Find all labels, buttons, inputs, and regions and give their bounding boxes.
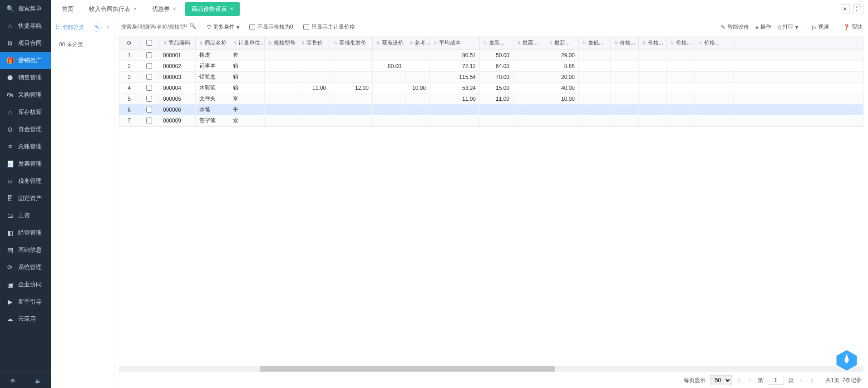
sidebar-item[interactable]: ☁云应用 <box>0 310 51 328</box>
col-unit[interactable]: 计量单位... <box>229 36 265 49</box>
col-p4[interactable]: 价格... <box>695 36 723 49</box>
row-select[interactable] <box>139 61 159 71</box>
close-icon[interactable]: ✕ <box>133 6 137 11</box>
row-checkbox[interactable] <box>146 85 152 91</box>
prev-page-button[interactable]: ‹ <box>748 377 753 383</box>
sidebar-item[interactable]: 🎁营销推广 <box>0 52 51 69</box>
row-select[interactable] <box>139 50 159 60</box>
col-code[interactable]: 商品编码 <box>159 36 196 49</box>
sound-button[interactable]: 🔈 <box>25 373 51 388</box>
col-p3[interactable]: 价格... <box>667 36 695 49</box>
sidebar-item[interactable]: 🛍采购管理 <box>0 86 51 103</box>
table-row[interactable]: 2000002记事本箱80.0072.1264.008.85 <box>119 61 863 72</box>
col-newB[interactable]: 最新... <box>545 36 579 49</box>
row-checkbox[interactable] <box>146 96 152 102</box>
col-name[interactable]: 商品名称 <box>196 36 229 49</box>
tab[interactable]: 商品价格设置✕ <box>185 2 240 16</box>
col-p2[interactable]: 价格... <box>639 36 667 49</box>
all-categories-link[interactable]: 全部分类 <box>62 24 84 31</box>
col-low[interactable]: 最低... <box>579 36 611 49</box>
page-input[interactable] <box>768 376 784 385</box>
table-row[interactable]: 7000009签字笔盒 <box>119 115 863 126</box>
col-spec[interactable]: 规格型号 <box>265 36 297 49</box>
first-page-button[interactable]: |‹ <box>736 377 743 383</box>
row-checkbox[interactable] <box>146 74 152 80</box>
sidebar-item[interactable]: ▣企业协同 <box>0 276 51 293</box>
sidebar-item[interactable]: ⌂库存核算 <box>0 103 51 121</box>
close-icon[interactable]: ✕ <box>230 6 233 11</box>
sidebar-item[interactable]: ☺税务管理 <box>0 172 51 190</box>
row-select[interactable] <box>139 93 159 104</box>
only-main-input[interactable] <box>303 24 309 30</box>
sidebar-item[interactable]: ⬣销售管理 <box>0 69 51 86</box>
col-avgcost[interactable]: 平均成本 <box>430 36 480 49</box>
table-row[interactable]: 6000006水笔手 <box>119 104 863 115</box>
sidebar-item[interactable]: 🔍搜索菜单 <box>0 0 51 17</box>
row-checkbox[interactable] <box>146 118 152 123</box>
help-button[interactable]: ❓帮助 <box>843 23 863 31</box>
scrollbar-thumb[interactable] <box>260 366 555 372</box>
select-all-column[interactable] <box>139 36 159 49</box>
horizontal-scrollbar[interactable] <box>119 366 863 372</box>
collapse-category-button[interactable]: « <box>106 24 109 30</box>
table-row[interactable]: 3000003铅笔盒箱115.5470.0020.00 <box>119 72 863 83</box>
cell-name: 签字笔 <box>196 115 229 126</box>
sidebar-item[interactable]: ⊙资金管理 <box>0 121 51 138</box>
operation-button[interactable]: ≡操作 <box>755 23 771 31</box>
col-ref[interactable]: 参考... <box>405 36 430 49</box>
col-basecost[interactable]: 基准进价 <box>373 36 405 49</box>
fullscreen-button[interactable]: ⛶ <box>853 4 863 14</box>
tab[interactable]: 收入合同执行表✕ <box>83 2 143 16</box>
table-row[interactable]: 1000001橡皮套80.5150.0029.00 <box>119 50 863 61</box>
sidebar-item[interactable]: 🗄固定资产 <box>0 190 51 207</box>
row-checkbox[interactable] <box>146 107 152 113</box>
col-high[interactable]: 最高... <box>513 36 545 49</box>
select-all-checkbox[interactable] <box>146 40 152 46</box>
sidebar-item[interactable]: 🧾发票管理 <box>0 155 51 172</box>
tab[interactable]: 首页 <box>55 2 80 16</box>
table-row[interactable]: 5000005文件夹米11.0011.0010.00 <box>119 93 863 104</box>
row-select[interactable] <box>139 72 159 82</box>
video-button[interactable]: ▷视频 <box>812 23 829 31</box>
search-input[interactable] <box>120 22 197 32</box>
close-icon[interactable]: ✕ <box>173 6 176 11</box>
sidebar-item[interactable]: 🗎项目合同 <box>0 34 51 52</box>
next-page-button[interactable]: › <box>799 377 804 383</box>
cell-unit: 手 <box>229 104 265 115</box>
gear-column[interactable]: ⚙ <box>119 36 139 49</box>
cell-spec <box>265 104 297 115</box>
col-retail[interactable]: 零售价 <box>297 36 330 49</box>
col-p1[interactable]: 价格... <box>611 36 639 49</box>
sidebar-item[interactable]: ▶新手引导 <box>0 293 51 310</box>
print-button[interactable]: ⎙打印▾ <box>778 23 798 31</box>
last-page-button[interactable]: ›| <box>809 377 815 383</box>
sidebar-item[interactable]: ▤基础信息 <box>0 241 51 259</box>
hide-zero-checkbox[interactable]: 不显示价格为0 <box>249 23 293 31</box>
row-select[interactable] <box>139 83 159 93</box>
tab-label: 首页 <box>62 5 74 13</box>
search-icon[interactable]: 🔍 <box>189 23 196 29</box>
edit-category-button[interactable]: ✎ <box>93 23 102 32</box>
sidebar-item[interactable]: ⟳系统管理 <box>0 259 51 276</box>
hide-zero-input[interactable] <box>249 24 255 30</box>
category-node[interactable]: 00 未分类 <box>59 41 106 49</box>
tab[interactable]: 优惠券✕ <box>146 2 182 16</box>
row-select[interactable] <box>139 115 159 126</box>
row-checkbox[interactable] <box>146 63 152 69</box>
sidebar-item[interactable]: ⌂快捷导航 <box>0 17 51 34</box>
row-checkbox[interactable] <box>146 52 152 58</box>
col-wholesale[interactable]: 基准批发价 <box>330 36 373 49</box>
col-newA[interactable]: 最新... <box>480 36 513 49</box>
close-tab-button[interactable]: ✕ <box>840 4 850 14</box>
table-row[interactable]: 4000004水彩笔箱11.0012.0010.0053.2415.0040.0… <box>119 83 863 93</box>
assistant-badge[interactable] <box>835 349 858 372</box>
sidebar-item[interactable]: 🗂工资 <box>0 207 51 224</box>
more-conditions-button[interactable]: ▽ 更多条件 ▾ <box>207 23 239 31</box>
sidebar-item[interactable]: ◧经营管理 <box>0 224 51 241</box>
sidebar-item[interactable]: ≡总账管理 <box>0 138 51 155</box>
per-page-select[interactable]: 50 <box>710 375 732 385</box>
smart-price-button[interactable]: ✎智能改价 <box>721 23 749 31</box>
row-select[interactable] <box>139 104 159 115</box>
only-main-checkbox[interactable]: 只显示主计量价格 <box>303 23 355 31</box>
settings-button[interactable]: ⚙ <box>0 373 25 388</box>
